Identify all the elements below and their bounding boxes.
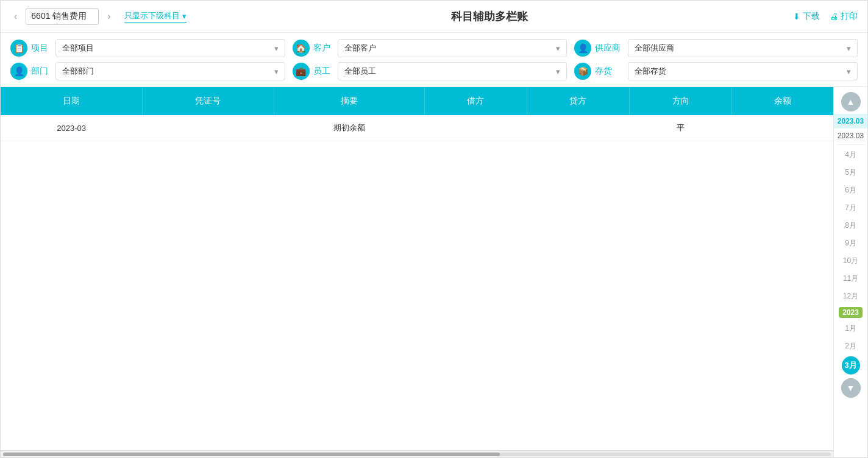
- inventory-select[interactable]: 全部存货 ▾: [628, 62, 858, 80]
- scrollbar-thumb: [3, 453, 500, 456]
- top-bar: ‹ 6601 销售费用 › 只显示下级科目 ▾ 科目辅助多栏账 ⬇ 下载 🖨 打…: [1, 1, 867, 33]
- print-button[interactable]: 🖨 打印: [830, 11, 858, 22]
- table-container: 日期 凭证号 摘要 借方 贷方 方向 余额 2023-03: [1, 87, 833, 450]
- toolbar-right: ⬇ 下载 🖨 打印: [793, 11, 858, 22]
- cell-summary: 期初余额: [274, 115, 424, 141]
- sidebar-month-9[interactable]: 9月: [834, 234, 867, 252]
- month-sidebar: ▲ 2023.03 2023.03 4月 5月 6月 7月 8月 9月 10月 …: [833, 87, 867, 457]
- sidebar-month-5[interactable]: 5月: [834, 164, 867, 181]
- scrollbar-track: [3, 453, 831, 456]
- sidebar-month-2023-03-second[interactable]: 2023.03: [834, 129, 867, 143]
- prev-account-btn[interactable]: ‹: [10, 10, 21, 23]
- sidebar-month-4[interactable]: 4月: [834, 146, 867, 164]
- project-value: 全部项目: [62, 43, 94, 54]
- dept-arrow-icon: ▾: [274, 67, 279, 76]
- show-sub-arrow-icon: ▾: [182, 12, 187, 21]
- horizontal-scrollbar[interactable]: [1, 450, 833, 457]
- sidebar-down-button[interactable]: ▼: [841, 378, 861, 398]
- page-title: 科目辅助多栏账: [191, 9, 788, 24]
- employee-filter-label: 💼 员工: [293, 63, 330, 80]
- supplier-value: 全部供应商: [635, 43, 674, 54]
- filter-area: 📋 项目 全部项目 ▾ 🏠 客户 全部客户 ▾ 👤 供应商 全部供应商 ▾ 👤 …: [1, 33, 867, 87]
- content-area: 日期 凭证号 摘要 借方 贷方 方向 余额 2023-03: [1, 87, 867, 457]
- customer-select[interactable]: 全部客户 ▾: [338, 39, 567, 57]
- employee-arrow-icon: ▾: [556, 67, 560, 76]
- show-sub-toggle[interactable]: 只显示下级科目 ▾: [124, 10, 187, 23]
- sidebar-month-11[interactable]: 11月: [834, 270, 867, 287]
- col-direction: 方向: [630, 87, 732, 115]
- account-code: 6601 销售费用: [26, 8, 99, 25]
- sidebar-month-2023-03-top[interactable]: 2023.03: [834, 114, 867, 129]
- project-arrow-icon: ▾: [274, 44, 279, 53]
- print-label: 打印: [841, 11, 858, 22]
- download-label: 下载: [803, 11, 820, 22]
- sidebar-month-1[interactable]: 1月: [834, 320, 867, 337]
- col-balance: 余额: [732, 87, 833, 115]
- employee-value: 全部员工: [344, 66, 376, 77]
- sidebar-up-button[interactable]: ▲: [841, 92, 861, 111]
- sidebar-divider-1: [838, 144, 864, 145]
- cell-date: 2023-03: [1, 115, 142, 141]
- main-window: ‹ 6601 销售费用 › 只显示下级科目 ▾ 科目辅助多栏账 ⬇ 下载 🖨 打…: [0, 0, 868, 458]
- col-debit: 借方: [424, 87, 527, 115]
- project-filter-label: 📋 项目: [10, 40, 48, 57]
- dept-filter-label: 👤 部门: [10, 63, 48, 80]
- download-button[interactable]: ⬇ 下载: [793, 11, 820, 22]
- cell-credit: [527, 115, 629, 141]
- customer-arrow-icon: ▾: [556, 44, 560, 53]
- col-summary: 摘要: [274, 87, 424, 115]
- supplier-icon: 👤: [574, 40, 591, 57]
- next-account-btn[interactable]: ›: [104, 10, 114, 23]
- sidebar-month-12[interactable]: 12月: [834, 287, 867, 305]
- ledger-table: 日期 凭证号 摘要 借方 贷方 方向 余额 2023-03: [1, 87, 833, 141]
- supplier-filter-label: 👤 供应商: [574, 40, 621, 57]
- customer-filter-label: 🏠 客户: [293, 40, 330, 57]
- customer-value: 全部客户: [344, 43, 376, 54]
- inventory-value: 全部存货: [635, 66, 666, 77]
- inventory-arrow-icon: ▾: [847, 67, 851, 76]
- year-badge-2023: 2023: [839, 307, 863, 318]
- main-content: 日期 凭证号 摘要 借方 贷方 方向 余额 2023-03: [1, 87, 833, 457]
- sidebar-month-7[interactable]: 7月: [834, 199, 867, 217]
- col-date: 日期: [1, 87, 142, 115]
- inventory-filter-label: 📦 存货: [574, 63, 621, 80]
- supplier-select[interactable]: 全部供应商 ▾: [628, 39, 858, 57]
- cell-balance: [732, 115, 833, 141]
- cell-debit: [424, 115, 527, 141]
- customer-icon: 🏠: [293, 40, 310, 57]
- col-credit: 贷方: [527, 87, 629, 115]
- supplier-arrow-icon: ▾: [847, 44, 851, 53]
- print-icon: 🖨: [830, 12, 838, 21]
- sidebar-month-6[interactable]: 6月: [834, 181, 867, 199]
- dept-select[interactable]: 全部部门 ▾: [55, 62, 285, 80]
- show-sub-label: 只显示下级科目: [124, 10, 180, 21]
- cell-direction: 平: [630, 115, 732, 141]
- sidebar-month-8[interactable]: 8月: [834, 217, 867, 234]
- col-voucher: 凭证号: [142, 87, 274, 115]
- employee-icon: 💼: [293, 63, 310, 80]
- dept-value: 全部部门: [62, 66, 94, 77]
- sidebar-month-2[interactable]: 2月: [834, 337, 867, 355]
- project-select[interactable]: 全部项目 ▾: [55, 39, 285, 57]
- inventory-icon: 📦: [574, 63, 591, 80]
- employee-select[interactable]: 全部员工 ▾: [338, 62, 567, 80]
- download-icon: ⬇: [793, 12, 800, 21]
- project-icon: 📋: [10, 40, 27, 57]
- dept-icon: 👤: [10, 63, 27, 80]
- sidebar-month-3-active[interactable]: 3月: [842, 356, 860, 375]
- table-row: 2023-03 期初余额 平: [1, 115, 833, 141]
- sidebar-month-10[interactable]: 10月: [834, 252, 867, 270]
- cell-voucher: [142, 115, 274, 141]
